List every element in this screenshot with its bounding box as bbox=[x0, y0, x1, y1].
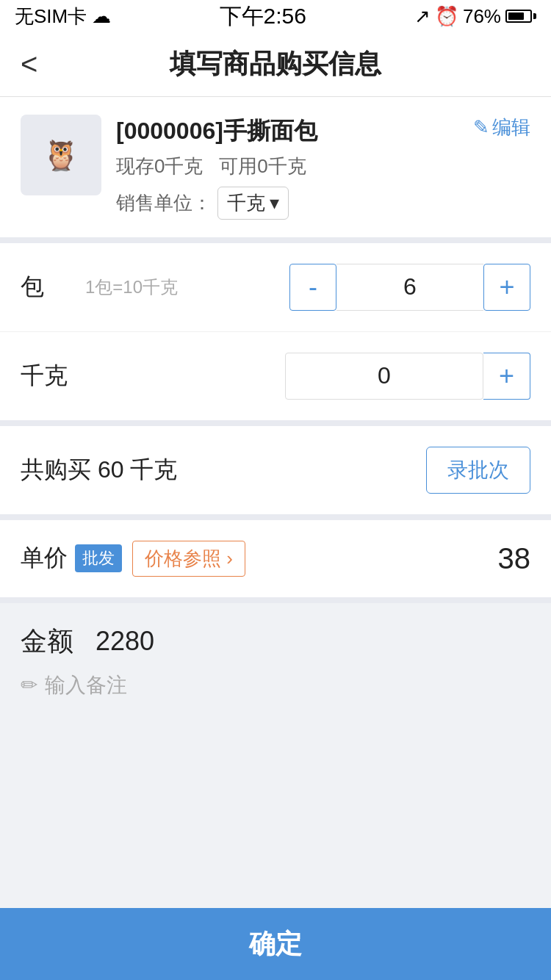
price-section: 单价 批发 价格参照 › 38 bbox=[0, 520, 551, 603]
status-right: ↗ ⏰ 76% bbox=[414, 5, 536, 28]
bag-hint: 1包=10千克 bbox=[85, 275, 178, 299]
edit-button[interactable]: ✎ 编辑 bbox=[473, 115, 530, 140]
carrier-text: 无SIM卡 ☁ bbox=[15, 4, 111, 29]
bag-input-row: 包 1包=10千克 - + bbox=[0, 243, 551, 332]
location-icon: ↗ bbox=[414, 5, 431, 28]
amount-section: 金额 2280 ✏ 输入备注 bbox=[0, 603, 551, 714]
bag-quantity-input[interactable] bbox=[336, 264, 483, 311]
kg-controls: + bbox=[285, 353, 530, 400]
note-row[interactable]: ✏ 输入备注 bbox=[21, 671, 530, 714]
kg-input-row: 千克 + bbox=[0, 332, 551, 420]
note-placeholder: 输入备注 bbox=[45, 671, 127, 699]
unit-select[interactable]: 千克 ▾ bbox=[217, 187, 289, 220]
amount-value: 2280 bbox=[96, 626, 154, 656]
edit-icon: ✎ bbox=[473, 116, 489, 139]
price-label: 单价 bbox=[21, 542, 68, 574]
price-value: 38 bbox=[498, 542, 531, 575]
page-title: 填写商品购买信息 bbox=[170, 46, 381, 82]
chevron-down-icon: ▾ bbox=[270, 192, 279, 215]
product-stock: 现存0千克 可用0千克 bbox=[116, 154, 530, 179]
battery-icon bbox=[505, 10, 536, 23]
bag-decrement-button[interactable]: - bbox=[289, 264, 336, 311]
battery-percent: 76% bbox=[463, 5, 501, 28]
status-left: 无SIM卡 ☁ bbox=[15, 4, 111, 29]
price-ref-label: 价格参照 › bbox=[145, 546, 233, 572]
confirm-bar[interactable]: 确定 bbox=[0, 908, 551, 980]
unit-label: 销售单位： bbox=[116, 190, 212, 216]
kg-quantity-input[interactable] bbox=[285, 353, 483, 400]
edit-label: 编辑 bbox=[492, 115, 530, 140]
stock-current: 现存0千克 bbox=[116, 155, 203, 177]
price-type-badge: 批发 bbox=[75, 544, 122, 572]
unit-value: 千克 bbox=[227, 190, 265, 216]
bag-controls: - + bbox=[289, 264, 530, 311]
total-row: 共购买 60 千克 录批次 bbox=[0, 426, 551, 520]
kg-label: 千克 bbox=[21, 360, 79, 392]
kg-increment-button[interactable]: + bbox=[483, 353, 530, 400]
stock-available: 可用0千克 bbox=[219, 155, 306, 177]
input-section: 包 1包=10千克 - + 千克 + bbox=[0, 243, 551, 426]
product-unit-row: 销售单位： 千克 ▾ bbox=[116, 187, 530, 220]
total-text: 共购买 60 千克 bbox=[21, 454, 177, 486]
bag-label: 包 bbox=[21, 271, 79, 303]
confirm-label: 确定 bbox=[249, 926, 302, 962]
amount-label: 金额 bbox=[21, 626, 73, 656]
price-row: 单价 批发 价格参照 › 38 bbox=[21, 541, 530, 597]
status-time: 下午2:56 bbox=[220, 1, 306, 32]
amount-row: 金额 2280 bbox=[21, 624, 530, 660]
product-logo-icon: 🦉 bbox=[43, 138, 79, 173]
product-info: [0000006]手撕面包 ✎ 编辑 现存0千克 可用0千克 销售单位： 千克 … bbox=[116, 115, 530, 220]
back-button[interactable]: < bbox=[21, 48, 37, 81]
product-image: 🦉 bbox=[21, 115, 101, 195]
product-name: [0000006]手撕面包 bbox=[116, 115, 317, 148]
price-reference-button[interactable]: 价格参照 › bbox=[132, 541, 245, 577]
bag-increment-button[interactable]: + bbox=[483, 264, 530, 311]
product-card: 🦉 [0000006]手撕面包 ✎ 编辑 现存0千克 可用0千克 销售单位： 千… bbox=[0, 97, 551, 243]
status-bar: 无SIM卡 ☁ 下午2:56 ↗ ⏰ 76% bbox=[0, 0, 551, 32]
nav-bar: < 填写商品购买信息 bbox=[0, 32, 551, 97]
note-icon: ✏ bbox=[21, 673, 37, 697]
batch-button[interactable]: 录批次 bbox=[426, 447, 530, 494]
alarm-icon: ⏰ bbox=[435, 5, 458, 28]
